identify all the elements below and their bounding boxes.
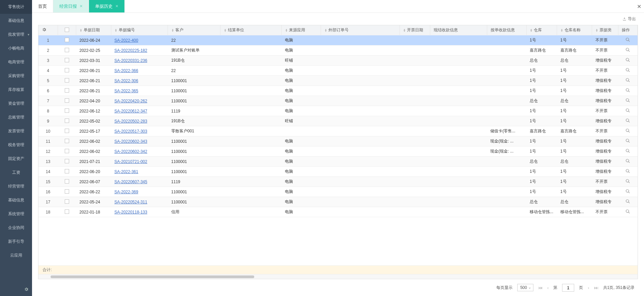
sidebar-item-14[interactable]: 基础信息 <box>0 193 32 207</box>
cell-action[interactable] <box>618 136 637 146</box>
sidebar-item-0[interactable]: 零售统计 <box>0 0 32 14</box>
row-checkbox[interactable] <box>65 209 69 214</box>
cell-action[interactable] <box>618 45 637 56</box>
table-row[interactable]: 12022-06-24SA-2022-40022电脑1号1号不开票 <box>38 35 638 45</box>
row-checkbox-cell[interactable] <box>58 86 76 96</box>
table-row[interactable]: 172022-05-24SA-20220524-3111100001电脑总仓总仓… <box>38 197 638 207</box>
sidebar-item-10[interactable]: 税务管理 <box>0 138 32 152</box>
col-docno[interactable]: ▲▼单据编号 <box>111 25 168 35</box>
row-checkbox[interactable] <box>65 169 69 173</box>
cell-docno[interactable]: SA-2022-366 <box>111 66 168 76</box>
row-checkbox-cell[interactable] <box>58 76 76 86</box>
row-checkbox[interactable] <box>65 58 69 62</box>
row-checkbox-cell[interactable] <box>58 207 76 217</box>
page-prev-icon[interactable]: ‹ <box>547 285 549 290</box>
page-last-icon[interactable]: ⏭ <box>594 285 598 290</box>
cell-docno[interactable]: SA-20220420-262 <box>111 96 168 106</box>
col-cashinfo[interactable]: 现结收款信息 <box>430 25 487 35</box>
cell-action[interactable] <box>618 96 637 106</box>
tab-2[interactable]: 单据历史✕ <box>89 0 125 12</box>
row-checkbox[interactable] <box>65 108 69 113</box>
sidebar-item-15[interactable]: 系统管理 <box>0 207 32 221</box>
row-checkbox[interactable] <box>65 48 69 52</box>
cell-action[interactable] <box>618 35 637 45</box>
row-checkbox-cell[interactable] <box>58 106 76 116</box>
export-button[interactable]: 导出 <box>622 16 636 22</box>
col-checkbox-all[interactable] <box>58 25 76 35</box>
cell-action[interactable] <box>618 66 637 76</box>
table-row[interactable]: 162022-06-22SA-2022-3691100001电脑1号1号增值税专 <box>38 187 638 197</box>
table-row[interactable]: 22022-02-25SA-20220225-182测试客户对账单电脑嘉言路仓嘉… <box>38 45 638 56</box>
cell-action[interactable] <box>618 187 637 197</box>
cell-docno[interactable]: SA-20220502-283 <box>111 116 168 126</box>
cell-action[interactable] <box>618 76 637 86</box>
row-checkbox-cell[interactable] <box>58 45 76 56</box>
row-checkbox[interactable] <box>65 199 69 204</box>
col-date[interactable]: ▲▼单据日期 <box>76 25 111 35</box>
sidebar-item-13[interactable]: 经营管理 <box>0 179 32 193</box>
sidebar-item-16[interactable]: 企业协同 <box>0 221 32 235</box>
row-checkbox-cell[interactable] <box>58 35 76 45</box>
col-source[interactable]: ▲▼来源应用 <box>282 25 321 35</box>
table-row[interactable]: 92022-05-02SA-20220502-283191B仓旺铺1号1号增值税… <box>38 116 638 126</box>
col-whname[interactable]: ▲▼仓库名称 <box>557 25 592 35</box>
row-checkbox[interactable] <box>65 139 69 143</box>
cell-docno[interactable]: SA-20210721-002 <box>111 157 168 167</box>
row-checkbox[interactable] <box>65 149 69 153</box>
row-checkbox[interactable] <box>65 88 69 93</box>
table-row[interactable]: 82022-06-12SA-20220612-3471119电脑1号1号不开票 <box>38 106 638 116</box>
cell-docno[interactable]: SA-20220524-311 <box>111 197 168 207</box>
cell-docno[interactable]: SA-20220602-342 <box>111 146 168 157</box>
col-gear[interactable] <box>38 25 58 35</box>
sidebar-item-18[interactable]: 云应用 <box>0 249 32 262</box>
table-row[interactable]: 42022-06-21SA-2022-36622电脑1号1号不开票 <box>38 66 638 76</box>
row-checkbox[interactable] <box>65 189 69 194</box>
cell-docno[interactable]: SA-2022-306 <box>111 76 168 86</box>
table-row[interactable]: 72022-04-20SA-20220420-2621100001电脑总仓总仓增… <box>38 96 638 106</box>
col-billcash[interactable]: 按单收款信息 <box>487 25 526 35</box>
table-row[interactable]: 122022-06-02SA-20220602-3421100001电脑现金(现… <box>38 146 638 157</box>
cell-docno[interactable]: SA-20220607-345 <box>111 177 168 187</box>
cell-docno[interactable]: SA-20220602-343 <box>111 136 168 146</box>
tab-close-icon[interactable]: ✕ <box>80 4 83 8</box>
cell-docno[interactable]: SA-20220331-236 <box>111 56 168 66</box>
table-row[interactable]: 102022-05-17SA-20220517-303零散客户001储值卡(零售… <box>38 126 638 136</box>
cell-docno[interactable]: SA-20220517-303 <box>111 126 168 136</box>
sidebar-item-11[interactable]: 固定资产 <box>0 152 32 166</box>
cell-action[interactable] <box>618 197 637 207</box>
table-row[interactable]: 142022-06-20SA-2022-3611100001电脑1号1号增值税专 <box>38 167 638 177</box>
col-extno[interactable]: ▲▼外部订单号 <box>321 25 400 35</box>
sidebar-item-12[interactable]: 工资 <box>0 166 32 179</box>
col-tickettype[interactable]: ▲▼票据类 <box>592 25 618 35</box>
table-row[interactable]: 152022-06-07SA-20220607-3451119电脑1号1号不开票 <box>38 177 638 187</box>
row-checkbox-cell[interactable] <box>58 136 76 146</box>
row-checkbox[interactable] <box>65 119 69 123</box>
cell-docno[interactable]: SA-20220225-182 <box>111 45 168 56</box>
sidebar-settings-icon[interactable] <box>0 284 32 296</box>
row-checkbox[interactable] <box>65 159 69 163</box>
row-checkbox-cell[interactable] <box>58 187 76 197</box>
cell-action[interactable] <box>618 167 637 177</box>
table-row[interactable]: 62022-06-21SA-2022-3651100001电脑1号1号增值税专 <box>38 86 638 96</box>
row-checkbox[interactable] <box>65 179 69 184</box>
tab-close-icon[interactable]: ✕ <box>115 4 118 8</box>
per-page-select[interactable]: 500 <box>517 284 533 291</box>
table-row[interactable]: 32022-03-31SA-20220331-236191B仓旺铺总仓总仓增值税… <box>38 56 638 66</box>
sidebar-item-6[interactable]: 库存核算 <box>0 83 32 97</box>
cell-docno[interactable]: SA-2022-400 <box>111 35 168 45</box>
sidebar-item-7[interactable]: 资金管理 <box>0 97 32 110</box>
cell-docno[interactable]: SA-2022-369 <box>111 187 168 197</box>
sidebar-item-9[interactable]: 发票管理 <box>0 124 32 138</box>
cell-action[interactable] <box>618 126 637 136</box>
row-checkbox-cell[interactable] <box>58 66 76 76</box>
cell-action[interactable] <box>618 146 637 157</box>
horizontal-scrollbar[interactable] <box>38 274 638 279</box>
row-checkbox-cell[interactable] <box>58 96 76 106</box>
row-checkbox-cell[interactable] <box>58 116 76 126</box>
col-wh[interactable]: ▲▼仓库 <box>526 25 557 35</box>
sidebar-item-2[interactable]: 批发管理 <box>0 28 32 41</box>
sidebar-item-17[interactable]: 新手引导 <box>0 235 32 249</box>
page-first-icon[interactable]: ⏮ <box>538 285 543 290</box>
page-input[interactable] <box>562 284 574 292</box>
table-row[interactable]: 52022-06-21SA-2022-3061100001电脑1号1号增值税专 <box>38 76 638 86</box>
